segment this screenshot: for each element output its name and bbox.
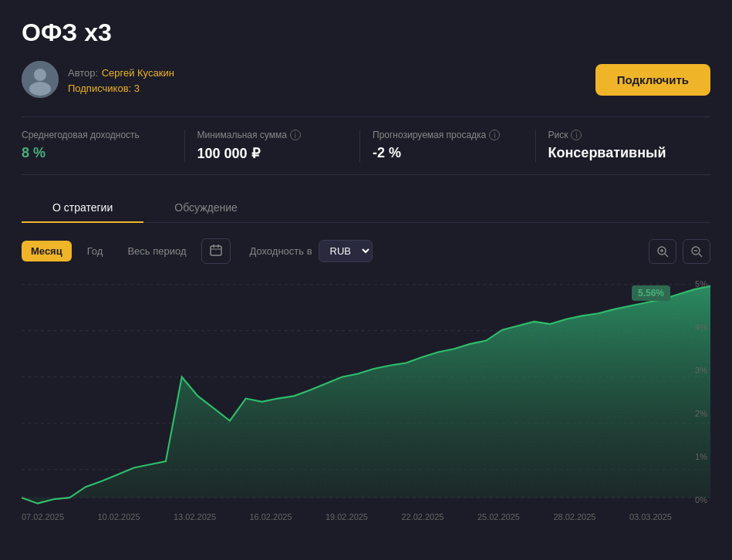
- period-month-button[interactable]: Месяц: [22, 241, 72, 261]
- min-amount-info-icon[interactable]: i: [290, 130, 301, 140]
- subscribers-row: Подписчиков: 3: [68, 83, 174, 94]
- subscribers-count: 3: [134, 83, 140, 94]
- stat-drawdown: Прогнозируемая просадка i -2 %: [360, 130, 536, 162]
- avatar-image: [22, 61, 59, 98]
- risk-info-icon[interactable]: i: [571, 130, 582, 140]
- stat-min-amount-value: 100 000 ₽: [197, 145, 348, 162]
- stat-risk: Риск i Консервативный: [536, 130, 711, 162]
- currency-select[interactable]: RUB USD: [319, 240, 373, 262]
- stats-row: Среднегодовая доходность 8 % Минимальная…: [22, 116, 710, 175]
- tabs-row: О стратегии Обсуждение: [22, 194, 710, 223]
- yield-control: Доходность в RUB USD: [249, 240, 372, 262]
- svg-point-1: [34, 69, 46, 81]
- zoom-controls: [649, 239, 710, 264]
- author-row: Автор: Сергей Кусакин Подписчиков: 3 Под…: [22, 61, 710, 98]
- author-name[interactable]: Сергей Кусакин: [102, 67, 174, 79]
- stat-min-amount: Минимальная сумма i 100 000 ₽: [185, 130, 361, 162]
- stat-annual-yield: Среднегодовая доходность 8 %: [22, 130, 185, 162]
- stat-drawdown-label: Прогнозируемая просадка i: [373, 130, 523, 140]
- author-label-row: Автор: Сергей Кусакин: [68, 66, 174, 79]
- author-text: Автор: Сергей Кусакин Подписчиков: 3: [68, 66, 174, 94]
- x-label-0: 07.02.2025: [22, 512, 64, 521]
- y-label-1: 1%: [672, 452, 710, 461]
- y-label-2: 2%: [672, 409, 710, 418]
- x-label-7: 28.02.2025: [553, 512, 595, 521]
- connect-button[interactable]: Подключить: [595, 64, 710, 96]
- stat-risk-value: Консервативный: [548, 145, 699, 161]
- x-label-2: 13.02.2025: [174, 512, 216, 521]
- tab-strategy[interactable]: О стратегии: [22, 194, 143, 223]
- stat-min-amount-label: Минимальная сумма i: [197, 130, 348, 140]
- chart-svg: [22, 276, 710, 508]
- yield-label: Доходность в: [249, 245, 312, 257]
- zoom-in-icon: [656, 245, 669, 258]
- stat-drawdown-value: -2 %: [373, 145, 523, 161]
- stat-risk-label: Риск i: [548, 130, 699, 140]
- x-label-8: 03.03.2025: [629, 512, 672, 521]
- calendar-button[interactable]: [201, 238, 231, 264]
- x-label-3: 16.02.2025: [249, 512, 292, 521]
- stat-annual-yield-value: 8 %: [22, 145, 172, 161]
- period-all-button[interactable]: Весь период: [118, 241, 195, 261]
- x-label-4: 19.02.2025: [326, 512, 368, 521]
- chart-y-labels: 5% 4% 3% 2% 1% 0%: [672, 276, 710, 508]
- zoom-out-button[interactable]: [683, 239, 710, 264]
- page-title: ОФЗ х3: [22, 19, 710, 47]
- stat-annual-yield-label: Среднегодовая доходность: [22, 130, 172, 140]
- y-label-5: 5%: [672, 279, 710, 288]
- period-year-button[interactable]: Год: [78, 241, 113, 261]
- chart-controls: Месяц Год Весь период Доходность в RUB U…: [22, 238, 710, 264]
- svg-point-2: [29, 82, 51, 96]
- chart-container: 5.56%: [22, 276, 710, 508]
- x-label-1: 10.02.2025: [97, 512, 140, 521]
- zoom-out-icon: [690, 245, 703, 258]
- svg-rect-3: [211, 246, 221, 255]
- drawdown-info-icon[interactable]: i: [489, 130, 500, 140]
- avatar: [22, 61, 59, 98]
- zoom-in-button[interactable]: [649, 239, 676, 264]
- x-label-5: 22.02.2025: [401, 512, 444, 521]
- author-prefix: Автор:: [68, 67, 98, 79]
- y-label-0: 0%: [672, 495, 710, 504]
- current-value-badge: 5.56%: [632, 285, 670, 301]
- x-label-6: 25.02.2025: [477, 512, 520, 521]
- subscribers-label: Подписчиков:: [68, 83, 131, 94]
- author-info: Автор: Сергей Кусакин Подписчиков: 3: [22, 61, 174, 98]
- chart-x-labels: 07.02.2025 10.02.2025 13.02.2025 16.02.2…: [22, 508, 710, 521]
- svg-line-10: [665, 254, 668, 257]
- svg-line-13: [699, 254, 702, 257]
- calendar-icon: [210, 244, 222, 256]
- tab-discussion[interactable]: Обсуждение: [143, 194, 268, 223]
- y-label-4: 4%: [672, 322, 710, 332]
- y-label-3: 3%: [672, 366, 710, 375]
